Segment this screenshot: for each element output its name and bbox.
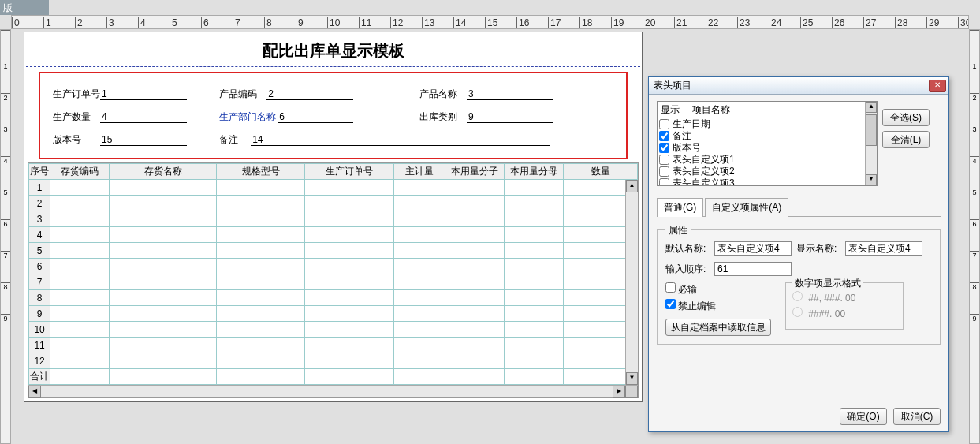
grid-cell[interactable] [504,227,563,243]
row-number[interactable]: 7 [29,274,50,290]
list-item[interactable]: 版本号 [658,142,877,154]
grid-cell[interactable] [394,306,445,322]
grid-cell[interactable] [305,196,394,211]
list-item[interactable]: 表头自定义项2 [658,166,877,177]
grid-cell[interactable] [110,306,217,322]
numfmt-option-1[interactable]: ##, ###. 00 [792,291,896,304]
grid-cell[interactable] [216,196,305,211]
list-item[interactable]: 表头自定义项1 [658,154,877,166]
template-canvas[interactable]: 配比出库单显示模板 生产订单号1 产品编码2 产品名称3 生产数量4 生产部门名… [24,32,643,402]
grid-cell[interactable] [50,259,110,274]
field-value[interactable]: 15 [100,134,187,146]
grid-cell[interactable] [445,243,504,259]
grid-cell[interactable] [216,259,305,274]
grid-cell[interactable] [216,211,305,227]
grid-cell[interactable] [394,274,445,290]
grid-cell[interactable] [445,180,504,196]
grid-cell[interactable] [504,180,563,196]
grid-cell[interactable] [50,180,110,196]
grid-cell[interactable] [216,180,305,196]
grid-cell[interactable] [445,322,504,338]
grid-header[interactable]: 数量 [564,164,638,180]
grid-scrollbar-horizontal[interactable]: ◀ ▶ [28,385,638,397]
grid-cell[interactable] [305,259,394,274]
grid-cell[interactable] [110,274,217,290]
grid-cell[interactable] [504,353,563,369]
grid-cell[interactable] [394,290,445,306]
grid-cell[interactable] [110,322,217,338]
read-archive-button[interactable]: 从自定档案中读取信息 [665,319,771,336]
grid-cell[interactable] [504,322,563,338]
ok-button[interactable]: 确定(O) [840,408,887,425]
select-all-button[interactable]: 全选(S) [882,109,930,126]
grid-cell[interactable] [216,243,305,259]
close-icon[interactable]: ✕ [929,80,946,92]
grid-cell[interactable] [445,196,504,211]
row-number[interactable]: 1 [29,180,50,196]
detail-grid[interactable]: 序号 存货编码 存货名称 规格型号 生产订单号 主计量 本用量分子 本用量分母 … [28,162,639,398]
default-name-input[interactable] [714,241,792,256]
grid-cell[interactable] [504,338,563,353]
list-item-checkbox[interactable] [659,178,669,186]
list-item[interactable]: 生产日期 [658,118,877,130]
grid-cell[interactable] [50,338,110,353]
grid-scrollbar-vertical[interactable]: ▲ ▼ [625,180,638,385]
grid-cell[interactable] [445,227,504,243]
grid-cell[interactable] [305,322,394,338]
grid-cell[interactable] [394,338,445,353]
field-value[interactable]: 6 [278,111,353,123]
grid-cell[interactable] [50,243,110,259]
grid-cell[interactable] [504,211,563,227]
list-item-checkbox[interactable] [659,166,669,177]
tab-custom-attr[interactable]: 自定义项属性(A) [705,198,788,217]
grid-cell[interactable] [305,180,394,196]
grid-cell[interactable] [216,274,305,290]
scroll-down-icon[interactable]: ▼ [866,174,877,185]
grid-cell[interactable] [445,211,504,227]
grid-cell[interactable] [504,243,563,259]
grid-cell[interactable] [504,290,563,306]
grid-cell[interactable] [305,274,394,290]
cancel-button[interactable]: 取消(C) [893,408,941,425]
grid-header[interactable]: 规格型号 [216,164,305,180]
dialog-tabs[interactable]: 普通(G) 自定义项属性(A) [657,197,941,217]
grid-cell[interactable] [50,306,110,322]
grid-cell[interactable] [110,243,217,259]
items-listbox[interactable]: 显示项目名称 生产日期备注版本号表头自定义项1表头自定义项2表头自定义项3表头自… [657,101,878,186]
row-number[interactable]: 11 [29,338,50,353]
field-value[interactable]: 2 [266,88,353,100]
grid-cell[interactable] [50,290,110,306]
grid-cell[interactable] [216,338,305,353]
grid-cell[interactable] [216,290,305,306]
grid-cell[interactable] [394,353,445,369]
field-value[interactable]: 4 [100,111,187,123]
grid-cell[interactable] [50,353,110,369]
grid-header[interactable]: 生产订单号 [305,164,394,180]
row-number[interactable]: 8 [29,290,50,306]
grid-cell[interactable] [504,306,563,322]
grid-cell[interactable] [110,227,217,243]
grid-cell[interactable] [394,227,445,243]
grid-cell[interactable] [305,290,394,306]
header-items-dialog[interactable]: 表头项目 ✕ 显示项目名称 生产日期备注版本号表头自定义项1表头自定义项2表头自… [648,76,949,432]
row-number[interactable]: 3 [29,211,50,227]
required-checkbox[interactable]: 必输 [665,282,771,297]
grid-cell[interactable] [305,353,394,369]
row-number[interactable]: 5 [29,243,50,259]
input-order-input[interactable] [714,262,792,276]
grid-cell[interactable] [110,196,217,211]
grid-header[interactable]: 主计量 [394,164,445,180]
grid-cell[interactable] [50,274,110,290]
grid-cell[interactable] [394,322,445,338]
grid-cell[interactable] [305,243,394,259]
grid-cell[interactable] [394,243,445,259]
grid-cell[interactable] [110,211,217,227]
grid-cell[interactable] [445,290,504,306]
grid-header[interactable]: 存货编码 [50,164,110,180]
field-value[interactable]: 9 [467,111,553,123]
grid-cell[interactable] [394,211,445,227]
list-item[interactable]: 表头自定义项3 [658,177,877,186]
list-item-checkbox[interactable] [659,155,669,165]
grid-cell[interactable] [216,353,305,369]
scroll-left-icon[interactable]: ◀ [28,386,41,398]
